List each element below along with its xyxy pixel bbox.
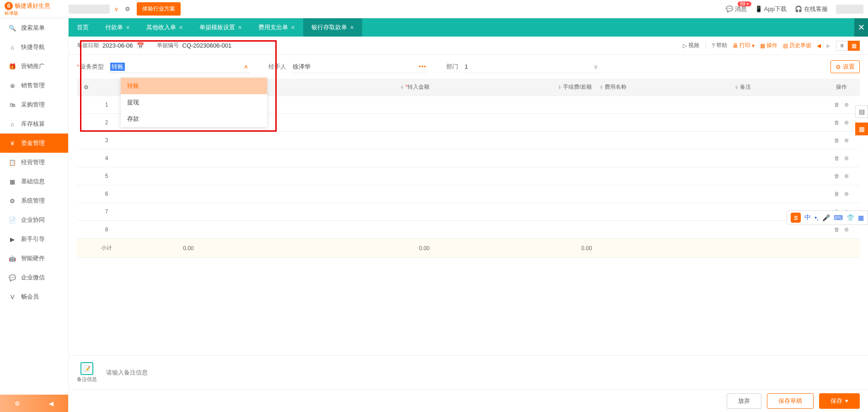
ime-lang[interactable]: 中 (804, 214, 811, 222)
ime-punct-icon[interactable]: •, (814, 214, 819, 221)
chevron-up-icon: ∧ (244, 63, 248, 70)
sidebar-item-10[interactable]: 📄企业协同 (0, 210, 68, 230)
save-button[interactable]: 保存▾ (819, 393, 860, 409)
tab-1[interactable]: 付款单✕ (97, 18, 138, 37)
tab-2[interactable]: 其他收入单✕ (138, 18, 191, 37)
view-list[interactable]: ≡ (836, 41, 848, 51)
handler-input[interactable]: 徐泽华 ••• (291, 60, 428, 73)
online-service-link[interactable]: 🎧 在线客服 (795, 5, 828, 13)
table-row[interactable]: 4 🗑⊕ (77, 150, 860, 167)
table-row[interactable]: 3 🗑⊕ (77, 132, 860, 150)
sidebar-item-12[interactable]: 🤖智能硬件 (0, 249, 68, 268)
sidebar-icon: 🤖 (8, 254, 16, 262)
sidebar-collapse-icon[interactable]: ◀ (49, 400, 54, 407)
sidebar-item-8[interactable]: ▦基础信息 (0, 172, 68, 191)
delete-icon[interactable]: 🗑 (834, 119, 840, 126)
history-action[interactable]: ▤历史单据 (783, 42, 811, 49)
remarks-input[interactable] (106, 369, 860, 376)
messages-link[interactable]: 💬 消息 99 + (726, 5, 747, 13)
table-row[interactable]: 5 🗑⊕ (77, 167, 860, 185)
sidebar-item-label: 企业协同 (21, 216, 45, 224)
col-in-amount[interactable]: ▲▼*转入金额 (290, 79, 434, 96)
settings-button[interactable]: ⚙设置 (830, 60, 860, 73)
add-icon[interactable]: ⊕ (844, 226, 849, 233)
close-icon[interactable]: ✕ (179, 25, 183, 31)
sidebar-settings-icon[interactable]: ⚙ (15, 400, 20, 407)
print-action[interactable]: 🖶打印 ▾ (733, 42, 755, 49)
col-gear[interactable]: ⚙ (77, 79, 95, 96)
sidebar-item-9[interactable]: ⚙系统管理 (0, 191, 68, 210)
add-icon[interactable]: ⊕ (844, 155, 849, 161)
sidebar-item-7[interactable]: 📋经营管理 (0, 153, 68, 172)
sidebar-item-0[interactable]: 🔍搜索菜单 (0, 18, 68, 37)
avatar[interactable] (836, 5, 863, 14)
tab-3[interactable]: 单据模板设置✕ (191, 18, 250, 37)
org-dropdown-caret[interactable]: ∨ (114, 6, 118, 12)
ime-keyboard-icon[interactable]: ⌨ (834, 214, 843, 221)
col-fee[interactable]: ▲▼手续费/差额 (433, 79, 595, 96)
tab-5[interactable]: 银行存取款单✕ (303, 18, 362, 37)
tab-bar: 首页付款单✕其他收入单✕单据模板设置✕费用支出单✕银行存取款单✕✕ (69, 18, 868, 37)
org-placeholder[interactable] (69, 5, 110, 14)
tab-4[interactable]: 费用支出单✕ (250, 18, 303, 37)
add-icon[interactable]: ⊕ (844, 191, 849, 197)
col-remark2[interactable]: ▲▼备注 (731, 79, 823, 96)
table-row[interactable]: 6 🗑⊕ (77, 185, 860, 203)
calendar-icon[interactable]: 📅 (137, 42, 144, 49)
ime-grid-icon[interactable]: ▦ (858, 214, 864, 221)
sidebar-item-14[interactable]: V畅会员 (0, 287, 68, 306)
dept-field: 部门 1 ∨ (446, 60, 600, 73)
ime-logo-icon[interactable]: S (791, 213, 801, 223)
dropdown-option-1[interactable]: 提现 (121, 94, 267, 111)
ime-mic-icon[interactable]: 🎤 (822, 214, 830, 221)
next-doc[interactable]: ▶ (826, 43, 830, 49)
dept-input[interactable]: 1 ∨ (463, 60, 600, 73)
table-row[interactable]: 7 🗑⊕ (77, 203, 860, 221)
biz-type-field: *业务类型 转账 ∧ (77, 60, 250, 73)
help-action[interactable]: ?帮助 (712, 42, 727, 49)
close-icon[interactable]: ✕ (126, 25, 130, 31)
biz-type-select[interactable]: 转账 ∧ (108, 60, 250, 73)
tab-0[interactable]: 首页 (69, 18, 97, 37)
dropdown-option-0[interactable]: 转账 (121, 78, 267, 94)
edge-tool-2[interactable]: ▦ (855, 123, 868, 135)
sidebar-item-11[interactable]: ▶新手引导 (0, 230, 68, 249)
sidebar-item-5[interactable]: ⌂库存核算 (0, 114, 68, 134)
ime-skin-icon[interactable]: 👕 (847, 214, 854, 221)
close-icon[interactable]: ✕ (350, 25, 354, 31)
trial-button[interactable]: 体验行业方案 (137, 2, 181, 16)
delete-icon[interactable]: 🗑 (834, 155, 840, 161)
video-action[interactable]: ▷视频 (683, 42, 699, 49)
view-grid[interactable]: ▦ (848, 41, 860, 51)
sidebar-item-13[interactable]: 💬企业微信 (0, 268, 68, 287)
close-icon[interactable]: ✕ (291, 25, 295, 31)
close-icon[interactable]: ✕ (238, 25, 242, 31)
date-value[interactable]: 2023-06-06 (102, 42, 133, 49)
add-icon[interactable]: ⊕ (844, 102, 849, 108)
more-icon[interactable]: ••• (418, 63, 426, 70)
save-draft-button[interactable]: 保存草稿 (767, 393, 814, 409)
delete-icon[interactable]: 🗑 (834, 226, 840, 233)
operate-action[interactable]: ▦操作 (760, 42, 777, 49)
col-fee-name[interactable]: ▲▼费用名称 (595, 79, 730, 96)
delete-icon[interactable]: 🗑 (834, 173, 840, 179)
sidebar-item-2[interactable]: 🎁营销推广 (0, 57, 68, 76)
dropdown-option-2[interactable]: 存款 (121, 111, 267, 127)
delete-icon[interactable]: 🗑 (834, 102, 840, 108)
tab-close-all[interactable]: ✕ (854, 18, 868, 37)
sidebar-item-3[interactable]: ⊕销售管理 (0, 76, 68, 95)
sidebar-item-1[interactable]: ⌂快捷导航 (0, 37, 68, 57)
delete-icon[interactable]: 🗑 (834, 191, 840, 197)
table-row[interactable]: 8 🗑⊕ (77, 221, 860, 239)
sidebar-item-4[interactable]: 🛍采购管理 (0, 95, 68, 114)
delete-icon[interactable]: 🗑 (834, 137, 840, 144)
add-icon[interactable]: ⊕ (844, 119, 849, 126)
sidebar-item-6[interactable]: ¥资金管理 (0, 134, 68, 153)
edge-tool-1[interactable]: ▤ (855, 105, 868, 118)
discard-button[interactable]: 放弃 (727, 393, 761, 409)
add-icon[interactable]: ⊕ (844, 173, 849, 179)
app-download-link[interactable]: 📱 App下载 (755, 5, 787, 13)
prev-doc[interactable]: ◀ (817, 43, 821, 49)
gear-icon[interactable]: ⚙ (123, 5, 132, 14)
add-icon[interactable]: ⊕ (844, 137, 849, 144)
